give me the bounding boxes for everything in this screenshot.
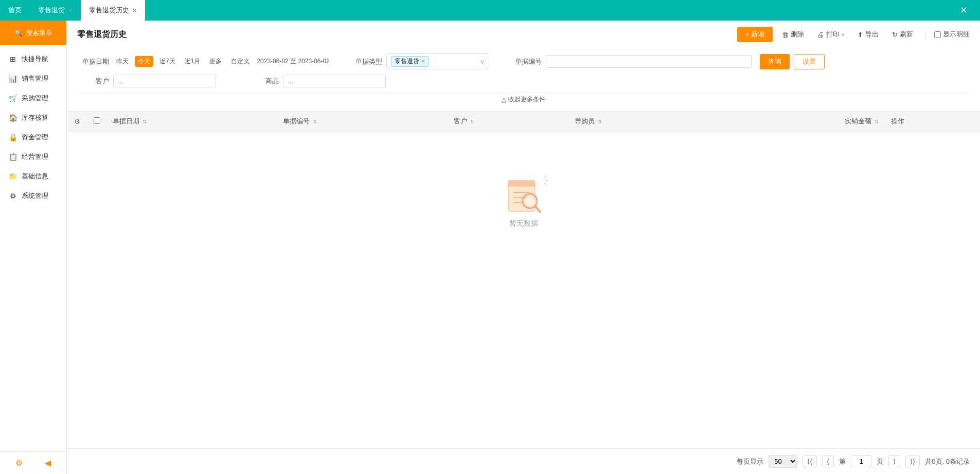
sort-date-icon: ⇅ [142, 119, 147, 124]
sidebar-item-finance[interactable]: 🔒 资金管理 [0, 127, 66, 147]
collapse-bar[interactable]: △ 收起更多条件 [77, 93, 970, 106]
query-button[interactable]: 查询 [760, 54, 790, 69]
page-size-select[interactable]: 50 20 100 [769, 455, 797, 468]
th-amount-label: 实销金额 [845, 117, 871, 125]
sort-customer-icon: ⇅ [470, 119, 474, 124]
show-detail-check[interactable]: 显示明细 [934, 30, 970, 39]
th-customer[interactable]: 客户 ⇅ [448, 112, 568, 132]
date-option-custom[interactable]: 自定义 [228, 56, 253, 67]
tab-retail-return-history-close[interactable]: ✕ [132, 7, 137, 14]
page-first-btn[interactable]: ⟨⟨ [803, 455, 817, 467]
th-guide[interactable]: 导购员 ⇅ [568, 112, 714, 132]
page-next-btn[interactable]: ⟩ [888, 455, 900, 467]
th-checkbox[interactable] [87, 112, 106, 132]
tab-retail-return[interactable]: 零售退货 ✕ [30, 0, 81, 21]
empty-text: 暂无数据 [509, 219, 538, 228]
date-option-yesterday[interactable]: 昨天 [113, 56, 132, 67]
sidebar-item-basic-info[interactable]: 📁 基础信息 [0, 167, 66, 186]
export-button[interactable]: ⬆ 导出 [853, 28, 883, 41]
select-all-checkbox[interactable] [94, 117, 100, 124]
voucher-no-input[interactable] [546, 55, 752, 68]
table-header-row: ⚙ 单据日期 ⇅ 单据编号 ⇅ [67, 112, 980, 132]
new-button[interactable]: + 新增 [737, 27, 773, 42]
empty-illustration [498, 173, 549, 219]
sidebar-item-system[interactable]: ⚙ 系统管理 [0, 186, 66, 206]
toolbar-divider [925, 29, 926, 40]
tab-home-label: 首页 [8, 6, 22, 15]
voucher-type-select[interactable]: 零售退货 ✕ ∨ [386, 53, 489, 69]
export-icon: ⬆ [858, 31, 863, 39]
print-icon: 🖨 [817, 31, 824, 39]
show-detail-label: 显示明细 [943, 30, 970, 39]
date-option-7days[interactable]: 近7天 [156, 56, 179, 67]
export-label: 导出 [865, 30, 879, 39]
delete-icon: 🗑 [782, 31, 789, 39]
date-option-today[interactable]: 今天 [135, 56, 153, 67]
page-header: 零售退货历史 + 新增 🗑 删除 🖨 打印 ▾ ⬆ 导出 [67, 21, 980, 112]
svg-line-10 [544, 183, 547, 186]
search-icon: 🔍 [14, 29, 23, 37]
sidebar-item-quick-nav[interactable]: ⊞ 快捷导航 [0, 49, 66, 69]
th-date[interactable]: 单据日期 ⇅ [106, 112, 277, 132]
sidebar-item-purchase-mgmt[interactable]: 🛒 采购管理 [0, 88, 66, 108]
data-table: ⚙ 单据日期 ⇅ 单据编号 ⇅ [67, 112, 980, 269]
page-title-row: 零售退货历史 + 新增 🗑 删除 🖨 打印 ▾ ⬆ 导出 [77, 27, 970, 42]
sales-icon: 📊 [8, 74, 17, 83]
voucher-type-value: 零售退货 [395, 57, 419, 66]
sidebar-collapse-btn[interactable]: ◀ [45, 458, 51, 468]
content-area: 零售退货历史 + 新增 🗑 删除 🖨 打印 ▾ ⬆ 导出 [67, 21, 980, 474]
svg-line-8 [544, 175, 547, 178]
basic-info-icon: 📁 [8, 172, 17, 181]
sidebar-item-inventory[interactable]: 🏠 库存核算 [0, 108, 66, 127]
main-layout: 🔍 搜索菜单 ⊞ 快捷导航 📊 销售管理 🛒 采购管理 🏠 库存核算 🔒 [0, 21, 980, 474]
show-detail-checkbox[interactable] [934, 31, 941, 38]
page-input[interactable] [851, 455, 871, 467]
sidebar-item-sales-mgmt[interactable]: 📊 销售管理 [0, 69, 66, 88]
customer-input[interactable] [113, 75, 216, 87]
sidebar-bottom: ⚙ ◀ [0, 451, 66, 474]
page-prefix: 第 [839, 457, 846, 466]
th-no[interactable]: 单据编号 ⇅ [277, 112, 447, 132]
goods-input[interactable] [283, 75, 386, 87]
sidebar-search[interactable]: 🔍 搜索菜单 [0, 21, 66, 45]
tab-home[interactable]: 首页 [0, 0, 30, 21]
tab-retail-return-close[interactable]: ✕ [68, 7, 73, 14]
date-option-more[interactable]: 更多 [206, 56, 225, 67]
refresh-button[interactable]: ↻ 刷新 [888, 28, 917, 41]
th-amount[interactable]: 实销金额 ⇅ [715, 112, 885, 132]
date-option-1month[interactable]: 近1月 [182, 56, 204, 67]
pagination-total-info: 共0页, 0条记录 [925, 457, 970, 466]
voucher-type-tag-close[interactable]: ✕ [421, 58, 425, 65]
tab-retail-return-history[interactable]: 零售退货历史 ✕ [81, 0, 145, 21]
collapse-label: 收起更多条件 [508, 95, 545, 104]
sidebar-item-operation[interactable]: 📋 经营管理 [0, 147, 66, 167]
print-button[interactable]: 🖨 打印 ▾ [813, 28, 848, 41]
page-prev-btn[interactable]: ⟨ [822, 455, 834, 467]
inventory-icon: 🏠 [8, 113, 17, 122]
th-gear[interactable]: ⚙ [67, 112, 87, 132]
sidebar-settings-btn[interactable]: ⚙ [15, 458, 23, 468]
filter-row-customer: 客户 商品 [77, 75, 970, 87]
print-dropdown-icon: ▾ [842, 32, 844, 38]
empty-state: 暂无数据 [67, 132, 980, 269]
quick-nav-icon: ⊞ [8, 54, 17, 64]
pagination-bar: 每页显示 50 20 100 ⟨⟨ ⟨ 第 页 ⟩ ⟩⟩ 共0页, 0条记录 [67, 448, 980, 474]
filter-type-label: 单据类型 [350, 57, 386, 66]
top-tab-bar: 首页 零售退货 ✕ 零售退货历史 ✕ ✕ [0, 0, 980, 21]
sidebar-item-quick-nav-label: 快捷导航 [22, 54, 48, 64]
sidebar-search-label: 搜索菜单 [26, 28, 52, 38]
sidebar-item-finance-label: 资金管理 [22, 133, 48, 142]
sidebar-item-sales-label: 销售管理 [22, 74, 48, 83]
page-last-btn[interactable]: ⟩⟩ [905, 455, 920, 467]
th-action-label: 操作 [891, 117, 904, 125]
svg-point-6 [525, 196, 535, 206]
window-close-btn[interactable]: ✕ [956, 3, 972, 18]
gear-icon[interactable]: ⚙ [74, 118, 80, 125]
sidebar: 🔍 搜索菜单 ⊞ 快捷导航 📊 销售管理 🛒 采购管理 🏠 库存核算 🔒 [0, 21, 67, 474]
page-suffix: 页 [877, 457, 883, 466]
top-bar-right: ✕ [956, 3, 980, 18]
svg-rect-1 [508, 180, 535, 187]
delete-button[interactable]: 🗑 删除 [778, 28, 808, 41]
date-filter: 昨天 今天 近7天 近1月 更多 自定义 [113, 56, 253, 67]
setting-button[interactable]: 设置 [794, 54, 825, 69]
